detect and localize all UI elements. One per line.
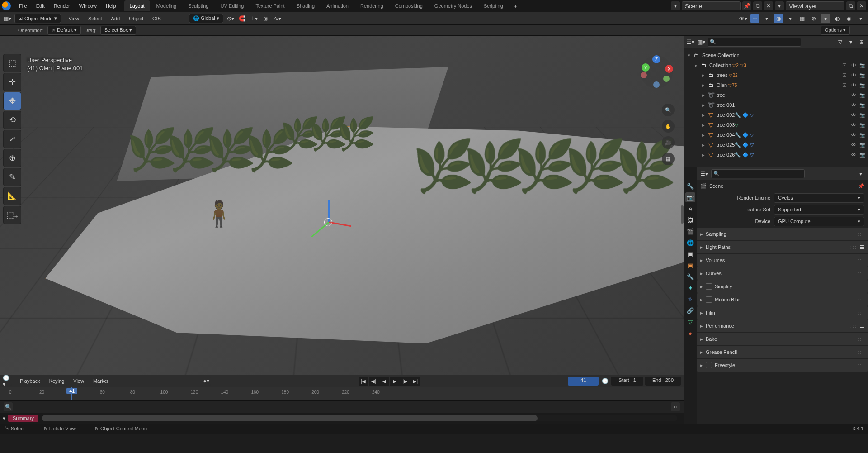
- workspace-tab-modeling[interactable]: Modeling: [151, 0, 182, 11]
- mode-dropdown[interactable]: ⊡ Object Mode ▾: [14, 14, 61, 23]
- panel-bake[interactable]: ▸Bake:::: [697, 333, 868, 345]
- camera-view-icon[interactable]: 🎥: [662, 136, 675, 149]
- menu-render[interactable]: Render: [49, 1, 75, 10]
- panel-checkbox[interactable]: [706, 296, 712, 303]
- props-options-icon[interactable]: ▾: [856, 169, 865, 178]
- viewlayer-icon[interactable]: ▾: [775, 1, 784, 10]
- material-tab-icon[interactable]: ●: [685, 328, 695, 338]
- nav-gizmo[interactable]: Z X Y: [638, 54, 675, 90]
- filter-icon[interactable]: ▽: [835, 38, 844, 47]
- render-engine-dropdown[interactable]: Cycles▾: [774, 193, 864, 203]
- play-icon[interactable]: ▶: [390, 377, 400, 386]
- menu-help[interactable]: Help: [101, 1, 121, 10]
- copy-viewlayer-icon[interactable]: ⧉: [846, 1, 855, 10]
- workspace-tab-geometry-nodes[interactable]: Geometry Nodes: [429, 0, 477, 11]
- hide-viewport-icon[interactable]: 👁: [850, 92, 857, 98]
- outliner-row[interactable]: ▸🗀trees▽22☑👁📷: [684, 70, 868, 80]
- hide-render-icon[interactable]: 📷: [859, 62, 866, 68]
- outliner-row[interactable]: ▸➰tree.001👁📷: [684, 100, 868, 110]
- disclosure-icon[interactable]: ▸: [700, 152, 707, 158]
- physics-tab-icon[interactable]: ⚛: [685, 294, 695, 304]
- jump-end-icon[interactable]: ▶|: [410, 377, 420, 386]
- panel-light-paths[interactable]: ▸Light Paths:::☰: [697, 241, 868, 253]
- disclosure-icon[interactable]: ▸: [700, 132, 707, 138]
- outliner-mode-icon[interactable]: ☰▾: [686, 38, 695, 47]
- panel-simplify[interactable]: ▸Simplify:::: [697, 280, 868, 293]
- outliner-row[interactable]: ▸🗀Collection▽2▽3☑👁📷: [684, 60, 868, 70]
- outliner-row[interactable]: ▸▽tree.004 🔧 🔷 ▽👁📷: [684, 130, 868, 140]
- outliner-row[interactable]: ▸▽tree.025 🔧 🔷 ▽👁📷: [684, 140, 868, 150]
- delete-scene-icon[interactable]: ✕: [764, 1, 773, 10]
- hide-render-icon[interactable]: 📷: [859, 122, 866, 128]
- hide-render-icon[interactable]: 📷: [859, 72, 866, 78]
- viewlayer-name-input[interactable]: [786, 1, 844, 10]
- hide-viewport-icon[interactable]: 👁: [850, 82, 857, 88]
- workspace-tab-uv-editing[interactable]: UV Editing: [215, 0, 249, 11]
- outliner-display-icon[interactable]: ▥▾: [697, 38, 706, 47]
- pan-icon[interactable]: ✋: [662, 120, 675, 133]
- transform-orientation-dropdown[interactable]: 🌐 Global ▾: [189, 14, 223, 23]
- measure-tool[interactable]: 📐: [3, 187, 21, 205]
- outliner-row[interactable]: ▸➰tree👁📷: [684, 90, 868, 100]
- exclude-toggle[interactable]: ☑: [841, 62, 848, 68]
- annotate-tool[interactable]: ✎: [3, 168, 21, 186]
- viewmenu-select[interactable]: Select: [84, 14, 107, 23]
- panel-grease-pencil[interactable]: ▸Grease Pencil:::: [697, 346, 868, 358]
- select-box-tool[interactable]: ⬚: [3, 54, 21, 72]
- tool-tab-icon[interactable]: 🔧: [685, 181, 695, 191]
- particles-tab-icon[interactable]: ✦: [685, 283, 695, 293]
- workspace-tab-scripting[interactable]: Scripting: [478, 0, 509, 11]
- rotate-tool[interactable]: ⟲: [3, 111, 21, 129]
- disclosure-icon[interactable]: ▸: [700, 72, 707, 78]
- hide-render-icon[interactable]: 📷: [859, 152, 866, 158]
- outliner-row[interactable]: ▸▽tree.003 ▽👁📷: [684, 120, 868, 130]
- workspace-tab-layout[interactable]: Layout: [124, 0, 150, 11]
- panel-curves[interactable]: ▸Curves:::: [697, 267, 868, 280]
- hide-render-icon[interactable]: 📷: [859, 92, 866, 98]
- outliner-row[interactable]: ▸🗀Olen▽75☑👁📷: [684, 80, 868, 90]
- shading-dropdown[interactable]: ▾: [856, 14, 865, 23]
- hide-render-icon[interactable]: 📷: [859, 112, 866, 118]
- sidebar-toggle[interactable]: [681, 205, 684, 224]
- drag-handle-icon[interactable]: :::: [858, 310, 864, 315]
- drag-handle-icon[interactable]: :::: [858, 336, 864, 342]
- drag-dropdown[interactable]: Select Box ▾: [100, 26, 137, 35]
- jump-start-icon[interactable]: |◀: [359, 377, 368, 386]
- panel-sampling[interactable]: ▸Sampling:::: [697, 228, 868, 240]
- props-editor-icon[interactable]: ☰▾: [699, 169, 708, 178]
- 3d-viewport[interactable]: 🌿🌿🌿🌿 🌿🌿🌿 🌿🌿🌿🌿🌿 🧍 ⬚ ✛ ✥ ⟲ ⤢ ⊕ ✎ 📐 ⬚₊: [0, 36, 684, 375]
- scene-name-input[interactable]: [682, 1, 741, 10]
- keyframe-prev-icon[interactable]: ◀|: [369, 377, 379, 386]
- drag-handle-icon[interactable]: :::: [850, 244, 857, 250]
- disclosure-icon[interactable]: ▸: [693, 62, 699, 68]
- add-cube-tool[interactable]: ⬚₊: [3, 206, 21, 224]
- pin-icon[interactable]: 📌: [858, 183, 864, 189]
- outliner-search[interactable]: [708, 38, 801, 47]
- data-tab-icon[interactable]: ▽: [685, 317, 695, 327]
- shading-matprev-icon[interactable]: ◐: [833, 14, 842, 23]
- editor-type-icon[interactable]: ▦▾: [3, 14, 12, 23]
- orientation-dropdown[interactable]: ⤧ Default ▾: [47, 26, 81, 35]
- workspace-tab-shading[interactable]: Shading: [291, 0, 320, 11]
- proportional-edit-icon[interactable]: ◎: [261, 14, 270, 23]
- workspace-tab-rendering[interactable]: Rendering: [355, 0, 389, 11]
- viewmenu-object[interactable]: Object: [124, 14, 148, 23]
- copy-scene-icon[interactable]: ⧉: [753, 1, 762, 10]
- move-tool[interactable]: ✥: [3, 92, 21, 110]
- options-dropdown[interactable]: Options ▾: [821, 26, 850, 35]
- workspace-tab-sculpting[interactable]: Sculpting: [183, 0, 214, 11]
- viewlayer-tab-icon[interactable]: 🖼: [685, 215, 695, 225]
- hide-render-icon[interactable]: 📷: [859, 142, 866, 148]
- panel-checkbox[interactable]: [706, 283, 712, 290]
- viewmenu-gis[interactable]: GIS: [148, 14, 165, 23]
- outliner-row[interactable]: ▸▽tree.026 🔧 🔷 ▽👁📷: [684, 150, 868, 160]
- outliner-row[interactable]: ▸▽tree.002 🔧 🔷 ▽👁📷: [684, 110, 868, 120]
- visibility-icon[interactable]: 👁▾: [739, 14, 748, 23]
- shading-solid-icon[interactable]: ●: [821, 14, 830, 23]
- dope-expand-icon[interactable]: ↔: [671, 402, 680, 411]
- output-tab-icon[interactable]: 🖨: [685, 204, 695, 214]
- snap-icon[interactable]: 🧲: [238, 14, 247, 23]
- filter-dropdown[interactable]: ▾: [846, 38, 855, 47]
- disclosure-icon[interactable]: ▸: [700, 102, 707, 108]
- falloff-dropdown[interactable]: ∿▾: [273, 14, 282, 23]
